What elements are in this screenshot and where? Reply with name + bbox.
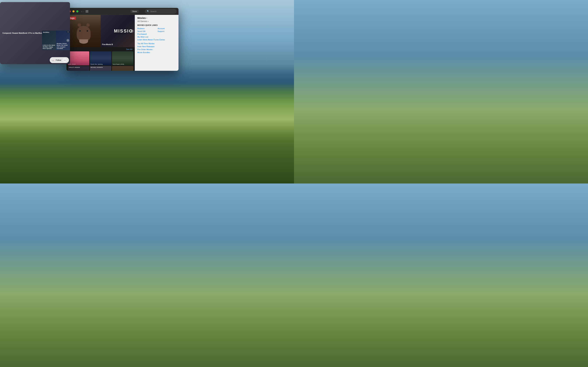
movies-label: Movies xyxy=(137,17,146,19)
movie-grid-row-1: Love, Simon Pacific Rim: Uprising Tomb R… xyxy=(67,51,135,66)
4k-badge: 4K xyxy=(67,31,69,33)
love-simon-label: Love, Simon xyxy=(69,63,89,65)
follow-bar: 📖 Follow ··· xyxy=(50,57,69,63)
itunes-back-button[interactable]: ‹ xyxy=(81,10,82,13)
itunes-nav-buttons: ‹ › xyxy=(81,10,84,13)
pacific-rim-poster[interactable]: Pacific Rim: Uprising xyxy=(90,51,111,65)
hero-right: Compared: Huawei MateBook X Pro vs MacBo… xyxy=(42,31,70,50)
itunes-main-area: Dogs xyxy=(67,15,135,71)
purchased-link[interactable]: Purchased xyxy=(137,33,156,35)
pacific-rim-label: Pacific Rim: Uprising xyxy=(90,63,111,65)
hidden-text: TARAJI P. HENSON xyxy=(68,66,89,69)
hamburger-line-2 xyxy=(86,11,88,12)
spacer-empty xyxy=(158,33,176,35)
mission-movie-poster: MISSIO › Five-Movie B xyxy=(101,15,135,47)
hero-section: Apple rebuilding Maps in massive overhau… xyxy=(0,31,70,50)
more-links-section: Top All-Time Movies Indie New Releases P… xyxy=(137,42,176,54)
hamburger-menu-icon[interactable] xyxy=(85,10,89,13)
love-simon-poster[interactable]: Love, Simon xyxy=(68,51,89,65)
love-simon-bg xyxy=(68,51,89,65)
itunes-content: Dogs xyxy=(67,15,179,71)
woman-text: MICHAEL SHANNON xyxy=(90,66,111,69)
dogs-visual xyxy=(67,15,101,47)
movie-bundles-link[interactable]: Movie Bundles xyxy=(137,51,176,54)
five-movie-label: Five-Movie B xyxy=(102,43,113,45)
see-all-bar: See All › xyxy=(67,47,135,51)
top-all-time-link[interactable]: Top All-Time Movies xyxy=(137,42,176,45)
send-gift-link[interactable]: Send Gift xyxy=(137,30,156,33)
movies-dropdown[interactable]: Movies ▾ xyxy=(137,17,176,19)
itunes-minimize-button[interactable] xyxy=(72,10,75,12)
bear-head xyxy=(77,26,91,42)
itunes-sidebar: Movies ▾ All Genres ▾ MOVIES QUICK LINKS… xyxy=(135,15,179,71)
all-genres-chevron-icon: ▾ xyxy=(148,20,148,22)
itunes-maximize-button[interactable] xyxy=(76,10,78,12)
happy-hour-article: 9to5Mac Listen to the latest 9to5Mac Hap… xyxy=(42,31,56,50)
banner-next-arrow[interactable]: › xyxy=(130,29,134,33)
itunes-traffic-lights xyxy=(69,10,78,12)
all-genres-label: All Genres xyxy=(137,20,147,23)
hidden-figures-poster[interactable]: TARAJI P. HENSON xyxy=(68,66,89,71)
redeem-link[interactable]: Redeem xyxy=(137,27,156,30)
eye-right xyxy=(87,30,88,32)
tomb-raider-poster[interactable]: Tomb Raider (2018) xyxy=(112,51,133,65)
follow-label[interactable]: Follow xyxy=(56,59,61,61)
see-all-link[interactable]: See All xyxy=(126,48,132,50)
snout xyxy=(79,39,88,44)
follow-icon: 📖 xyxy=(52,59,54,61)
hero-bottom-articles: 9to5Mac Listen to the latest 9to5Mac Hap… xyxy=(42,31,70,50)
quick-links-grid: Redeem Account Send Gift Support Purchas… xyxy=(137,27,176,41)
learn-more-itunes-extras-link[interactable]: Learn More About iTunes Extras xyxy=(137,38,176,41)
eye-left xyxy=(79,30,81,32)
account-link[interactable]: Account xyxy=(158,27,176,30)
store-button[interactable]: Store xyxy=(130,10,138,13)
itunes-forward-button[interactable]: › xyxy=(83,10,84,13)
search-icon-itunes: 🔍 xyxy=(147,10,149,12)
movie-banner: Dogs xyxy=(67,15,135,47)
all-genres-dropdown[interactable]: All Genres ▾ xyxy=(137,20,176,23)
indie-new-releases-link[interactable]: Indie New Releases xyxy=(137,45,176,48)
next-arrow[interactable]: › xyxy=(67,39,69,42)
extra-bg xyxy=(112,66,133,71)
9to5mac-logo-small: 9to5Mac xyxy=(43,32,49,33)
my-wish-list-link[interactable]: My Wish List xyxy=(137,36,176,38)
itunes-titlebar: ‹ › Store 🔍 Search xyxy=(67,8,179,15)
more-options-button[interactable]: ··· xyxy=(63,58,67,62)
sonos-text: Review: Sonos Beam, the smart and compac… xyxy=(57,43,69,50)
hidden-bg: TARAJI P. HENSON xyxy=(68,66,89,71)
woman-bg: MICHAEL SHANNON xyxy=(90,66,111,71)
support-link[interactable]: Support xyxy=(158,30,176,33)
hamburger-line-3 xyxy=(86,12,88,12)
ear-left xyxy=(78,23,81,27)
browser-window-9to5mac: ‹ › 🔒 9to5mac.com ↺ ⬆ ⓘ 293 + ✏️ ⊞ ◈ ⊡ M… xyxy=(0,2,70,64)
hamburger-line-1 xyxy=(86,10,88,11)
see-all-chevron: › xyxy=(132,48,133,50)
sonos-article: 4K Review: Sonos Beam, the smart and com… xyxy=(56,31,70,50)
browser-content: 9TO5 Mac ▾ ▶ f 𝕏 ⊡ ◈ ⋯ 💬 $ 🔧 🔍 Guides ▾ … xyxy=(0,17,70,57)
happy-hour-text: Listen to the latest 9to5Mac Happy Hour … xyxy=(43,44,55,50)
pre-order-movies-link[interactable]: Pre-Order Movies xyxy=(137,48,176,51)
itunes-search-bar[interactable]: 🔍 Search xyxy=(145,9,176,14)
quick-links-title: MOVIES QUICK LINKS xyxy=(137,24,176,26)
itunes-window: ‹ › Store 🔍 Search Dogs xyxy=(67,8,179,71)
dogs-movie-poster: Dogs xyxy=(67,15,101,47)
extra-movie-poster[interactable] xyxy=(112,66,133,71)
movies-chevron-icon: ▾ xyxy=(146,17,147,19)
ear-right xyxy=(86,23,90,27)
search-placeholder: Search xyxy=(150,10,156,12)
tomb-raider-label: Tomb Raider (2018) xyxy=(112,63,133,65)
movie-grid-row-2: TARAJI P. HENSON MICHAEL SHANNON Woman W… xyxy=(67,66,135,71)
woman-walks-poster[interactable]: MICHAEL SHANNON Woman Walks Ahead xyxy=(90,66,111,71)
